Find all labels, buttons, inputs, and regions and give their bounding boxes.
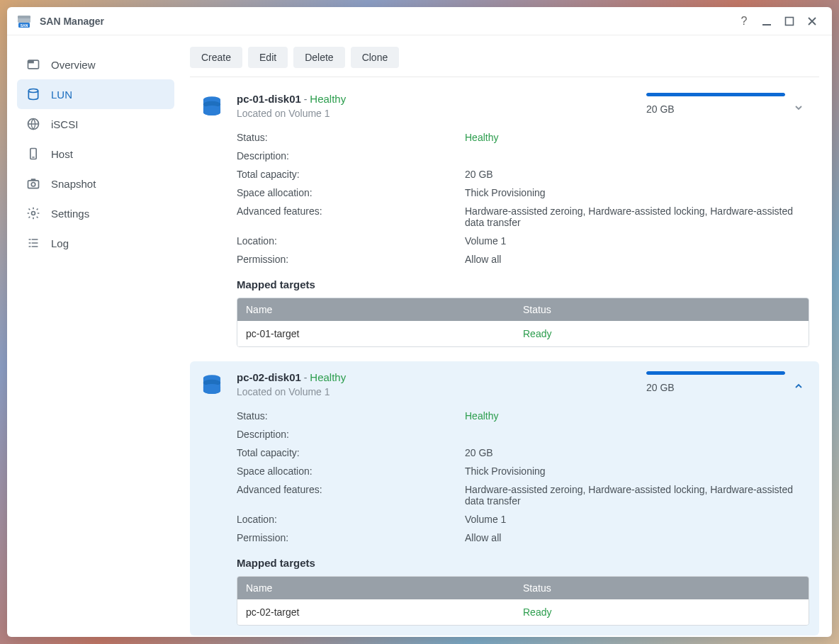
host-icon	[26, 146, 41, 162]
target-status: Ready	[523, 606, 800, 618]
lun-subtitle: Located on Volume 1	[237, 108, 346, 119]
lun-size: 20 GB	[646, 103, 802, 115]
gear-icon	[26, 205, 41, 221]
main-content: Create Edit Delete Clone pc-01-disk01 - …	[184, 35, 832, 637]
status-value: Healthy	[465, 410, 809, 422]
sidebar-item-snapshot[interactable]: Snapshot	[17, 169, 174, 198]
delete-button[interactable]: Delete	[293, 47, 344, 68]
lun-card[interactable]: pc-02-disk01 - Healthy Located on Volume…	[190, 361, 819, 635]
mapped-targets-title: Mapped targets	[237, 278, 809, 290]
target-status: Ready	[523, 328, 800, 339]
advanced-features-value: Hardware-assisted zeroing, Hardware-assi…	[465, 484, 809, 507]
database-icon	[200, 373, 225, 398]
permission-label: Permission:	[237, 254, 465, 265]
total-capacity-label: Total capacity:	[237, 447, 465, 458]
maximize-button[interactable]	[778, 10, 801, 33]
san-manager-window: SAN SAN Manager ? Overview	[7, 7, 832, 637]
lun-card[interactable]: pc-01-disk01 - Healthy Located on Volume…	[190, 83, 819, 357]
lun-details: Status:Healthy Description: Total capaci…	[237, 128, 809, 347]
table-row[interactable]: pc-02-target Ready	[237, 599, 809, 625]
targets-table: Name Status pc-02-target Ready	[237, 576, 809, 626]
col-status-header: Status	[523, 304, 800, 315]
sidebar-item-label: Snapshot	[51, 178, 96, 190]
lun-header: pc-01-disk01 - Healthy Located on Volume…	[200, 93, 809, 120]
toolbar: Create Edit Delete Clone	[190, 47, 819, 77]
permission-label: Permission:	[237, 532, 465, 543]
create-button[interactable]: Create	[190, 47, 242, 68]
advanced-features-label: Advanced features:	[237, 484, 465, 507]
usage-bar	[646, 93, 785, 96]
lun-icon	[26, 86, 41, 102]
sidebar-item-log[interactable]: Log	[17, 228, 174, 258]
col-status-header: Status	[523, 582, 800, 594]
total-capacity-value: 20 GB	[465, 447, 809, 458]
advanced-features-label: Advanced features:	[237, 205, 465, 228]
permission-value: Allow all	[465, 532, 809, 543]
location-value: Volume 1	[465, 514, 809, 525]
mapped-targets-title: Mapped targets	[237, 557, 809, 569]
space-allocation-value: Thick Provisioning	[465, 187, 809, 198]
sidebar-item-label: Host	[51, 148, 73, 160]
total-capacity-label: Total capacity:	[237, 169, 465, 180]
sidebar-item-label: iSCSI	[51, 118, 78, 130]
close-button[interactable]	[801, 10, 823, 33]
sidebar-item-overview[interactable]: Overview	[17, 50, 174, 79]
svg-text:SAN: SAN	[21, 23, 28, 27]
targets-table: Name Status pc-01-target Ready	[237, 298, 809, 347]
svg-rect-7	[28, 60, 34, 63]
location-label: Location:	[237, 514, 465, 525]
col-name-header: Name	[246, 304, 523, 315]
lun-health: Healthy	[310, 371, 346, 383]
status-label: Status:	[237, 132, 465, 143]
target-name: pc-02-target	[246, 606, 523, 618]
space-allocation-value: Thick Provisioning	[465, 465, 809, 477]
sidebar-item-settings[interactable]: Settings	[17, 198, 174, 228]
sidebar: Overview LUN iSCSI Host	[7, 35, 184, 637]
sidebar-item-label: Settings	[51, 208, 89, 220]
location-label: Location:	[237, 235, 465, 247]
svg-point-13	[31, 183, 35, 187]
svg-rect-11	[32, 157, 34, 158]
table-row[interactable]: pc-01-target Ready	[237, 321, 809, 346]
camera-icon	[26, 176, 41, 191]
description-label: Description:	[237, 150, 465, 162]
clone-button[interactable]: Clone	[351, 47, 400, 68]
edit-button[interactable]: Edit	[248, 47, 288, 68]
location-value: Volume 1	[465, 235, 809, 247]
svg-point-15	[32, 212, 35, 215]
description-value	[465, 429, 809, 440]
lun-details: Status:Healthy Description: Total capaci…	[237, 407, 809, 626]
svg-rect-14	[31, 179, 36, 181]
usage-bar	[646, 371, 785, 375]
chevron-down-icon[interactable]	[792, 101, 805, 114]
svg-rect-5	[786, 17, 794, 25]
target-name: pc-01-target	[246, 328, 523, 339]
globe-icon	[26, 116, 41, 132]
total-capacity-value: 20 GB	[465, 169, 809, 180]
svg-point-8	[28, 89, 38, 93]
sidebar-item-host[interactable]: Host	[17, 139, 174, 169]
sidebar-item-lun[interactable]: LUN	[17, 79, 174, 109]
lun-subtitle: Located on Volume 1	[237, 386, 346, 397]
app-icon: SAN	[16, 13, 33, 30]
description-label: Description:	[237, 429, 465, 440]
chevron-up-icon[interactable]	[792, 380, 805, 392]
lun-name: pc-01-disk01	[237, 93, 301, 105]
sidebar-item-label: Log	[51, 237, 69, 249]
space-allocation-label: Space allocation:	[237, 187, 465, 198]
table-header: Name Status	[237, 298, 809, 321]
svg-rect-12	[28, 181, 39, 188]
permission-value: Allow all	[465, 254, 809, 265]
minimize-button[interactable]	[755, 10, 778, 33]
lun-size: 20 GB	[646, 382, 802, 393]
sidebar-item-iscsi[interactable]: iSCSI	[17, 109, 174, 139]
overview-icon	[26, 57, 41, 72]
database-icon	[200, 94, 225, 120]
lun-header: pc-02-disk01 - Healthy Located on Volume…	[200, 371, 809, 398]
help-button[interactable]: ?	[733, 10, 755, 33]
description-value	[465, 150, 809, 162]
table-header: Name Status	[237, 577, 809, 599]
sidebar-item-label: LUN	[51, 89, 72, 101]
col-name-header: Name	[246, 582, 523, 594]
status-value: Healthy	[465, 132, 809, 143]
